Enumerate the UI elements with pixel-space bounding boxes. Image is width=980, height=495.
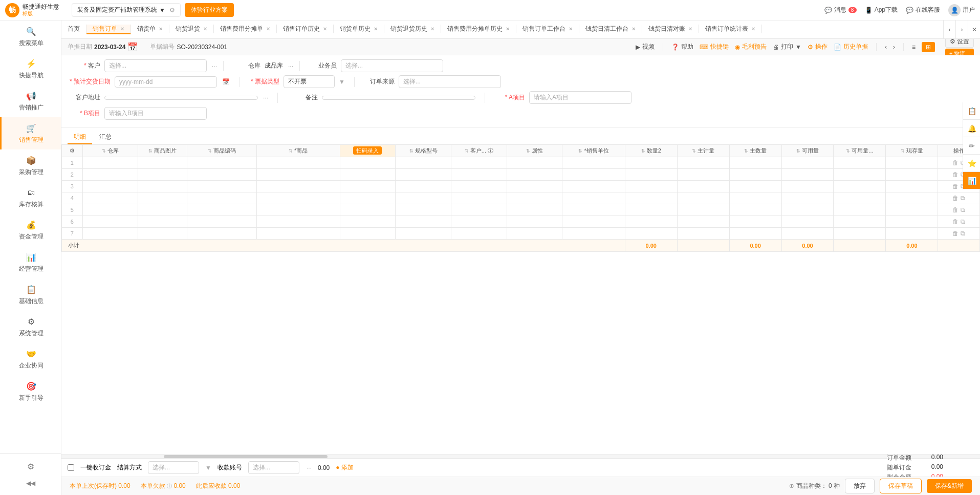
tab-close-sales_expense_history[interactable]: ✕ [506,26,510,32]
settings-quick-btn[interactable]: ⚙ 设置 [945,39,974,48]
tab-close-cash_reconcile[interactable]: ✕ [688,26,692,32]
address-input[interactable] [104,96,258,100]
message-btn[interactable]: 💬 消息 8 [824,6,857,14]
tab-sales_order[interactable]: 销售订单✕ [86,25,131,34]
row-delete-4[interactable]: 🗑 [952,195,959,202]
tab-home[interactable]: 首页 [61,25,86,33]
view-video-btn[interactable]: ▶ 视频 [636,42,655,51]
row-delete-3[interactable]: 🗑 [952,183,959,190]
tab-next-btn[interactable]: › [955,20,968,39]
col-customer-code[interactable]: ⇅ 客户... ⓘ [451,145,507,157]
rsb-btn-3[interactable]: ✏ [963,137,980,155]
col-qty2[interactable]: ⇅ 数量2 [625,145,677,157]
history-btn[interactable]: 📄 历史单据 [834,42,868,51]
tab-close-sales_return_history[interactable]: ✕ [374,26,378,32]
rsb-btn-2[interactable]: 🔔 [963,120,980,137]
sidebar-item-quicknav[interactable]: ⚡ 快捷导航 [0,53,61,85]
sidebar-item-sales[interactable]: 🛒 销售管理 [0,117,61,149]
rsb-btn-4[interactable]: ⭐ [963,155,980,172]
col-available2[interactable]: ⇅ 可用量... [834,145,886,157]
horizontal-scrollbar[interactable] [61,454,980,458]
row-copy-4[interactable]: ⧉ [961,195,965,202]
operation-btn[interactable]: ⚙ 操作 [808,42,827,51]
col-warehouse[interactable]: ⇅ 仓库 [82,145,138,157]
salesperson-input[interactable]: 选择... [341,59,443,72]
col-unit[interactable]: ⇅ *销售单位 [562,145,625,157]
tab-cash_daily[interactable]: 钱货日清工作台✕ [579,25,642,33]
tab-sales_return[interactable]: 销货单✕ [131,25,169,33]
online-service-btn[interactable]: 💬 在线客服 [906,6,940,14]
tab-sales_refund[interactable]: 销货退货✕ [169,25,214,33]
account-dots[interactable]: ··· [307,464,312,471]
row-delete-1[interactable]: 🗑 [952,159,959,166]
order-source-input[interactable]: 选择... [399,75,501,88]
list-view-btn[interactable]: ≡ [912,44,916,51]
payment-method-dropdown[interactable]: ▼ [205,464,211,471]
tab-close-sales_stats[interactable]: ✕ [751,26,755,32]
sidebar-collapse[interactable]: ◀◀ [0,476,61,491]
a-project-input[interactable]: 请输入A项目 [529,91,631,104]
sidebar-item-purchase[interactable]: 📦 采购管理 [0,149,61,182]
warehouse-dots[interactable]: ··· [288,62,293,70]
row-copy-5[interactable]: ⧉ [961,206,965,213]
tab-sales_expense_split[interactable]: 销售费用分摊单✕ [214,25,277,33]
sidebar-item-guide[interactable]: 🎯 新手引导 [0,375,61,407]
col-available1[interactable]: ⇅ 可用量 [781,145,834,157]
shortcut-btn[interactable]: ⌨ 快捷键 [700,42,729,51]
sidebar-item-base[interactable]: 📋 基础信息 [0,278,61,311]
sidebar-item-search[interactable]: 🔍 搜索菜单 [0,20,61,53]
col-settings[interactable]: ⚙ [62,145,83,157]
col-sku[interactable]: ⇅ 商品编码 [187,145,256,157]
sidebar-item-finance[interactable]: 💰 资金管理 [0,214,61,246]
rsb-btn-1[interactable]: 📋 [963,102,980,120]
tab-close-btn[interactable]: ✕ [968,20,980,39]
tab-sales_expense_history[interactable]: 销售费用分摊单历史✕ [441,25,516,33]
grid-view-btn[interactable]: ⊞ [922,42,935,52]
add-btn[interactable]: ● 添加 [336,463,354,472]
sidebar-item-marketing[interactable]: 📢 营销推广 [0,85,61,117]
calendar-icon[interactable]: 📅 [222,78,230,85]
tab-close-sales_return[interactable]: ✕ [159,26,163,32]
row-delete-2[interactable]: 🗑 [952,171,959,178]
col-current-stock[interactable]: ⇅ 现存量 [886,145,938,157]
note-input[interactable] [322,96,475,100]
col-image[interactable]: ⇅ 商品图片 [138,145,187,157]
address-dots[interactable]: ··· [263,94,268,101]
delivery-date-input[interactable]: yyyy-mm-dd [115,76,217,88]
row-delete-6[interactable]: 🗑 [952,218,959,225]
tab-huizong[interactable]: 汇总 [93,131,118,144]
tab-sales_workbench[interactable]: 销售订单工作台✕ [516,25,579,33]
sidebar-item-enterprise[interactable]: 🤝 企业协同 [0,343,61,375]
tab-sales_stats[interactable]: 销售订单统计表✕ [699,25,762,33]
tab-mingxi[interactable]: 明细 [68,131,92,144]
tab-close-sales_refund_history[interactable]: ✕ [430,26,434,32]
tab-close-cash_daily[interactable]: ✕ [631,26,636,32]
col-spec[interactable]: ⇅ 规格型号 [396,145,451,157]
next-record-btn[interactable]: › [893,44,895,51]
row-copy-6[interactable]: ⧉ [961,218,965,225]
col-product[interactable]: ⇅ *商品 [256,145,340,157]
save-draft-button[interactable]: 保存草稿 [880,479,922,493]
app-download-btn[interactable]: 📱 App下载 [865,6,898,14]
tab-sales_refund_history[interactable]: 销货退货历史✕ [384,25,441,33]
tab-prev-btn[interactable]: ‹ [943,20,955,39]
sidebar-item-system[interactable]: ⚙ 系统管理 [0,311,61,343]
sidebar-settings[interactable]: ⚙ [0,458,61,476]
tab-sales_return_history[interactable]: 销货单历史✕ [334,25,384,33]
tab-close-sales_order_history[interactable]: ✕ [323,26,327,32]
tab-close-sales_workbench[interactable]: ✕ [569,26,573,32]
invoice-select[interactable]: 不开票 [284,75,335,88]
user-btn[interactable]: 👤 用户 [948,4,975,16]
print-btn[interactable]: 🖨 打印 ▼ [773,42,801,51]
system-selector[interactable]: 装备及固定资产辅助管理系统 ▼ ⚙ [72,3,181,17]
help-btn[interactable]: ❓ 帮助 [671,42,693,51]
sidebar-item-stock[interactable]: 🗂 库存核算 [0,182,61,214]
payment-method-select[interactable]: 选择... [148,461,199,474]
profit-btn[interactable]: ◉ 毛利预告 [735,42,767,51]
rsb-btn-5[interactable]: 📊 [963,172,980,189]
invoice-dropdown-icon[interactable]: ▼ [339,78,345,85]
col-main-qty[interactable]: ⇅ 主数量 [729,145,781,157]
one-click-checkbox[interactable] [68,464,74,471]
col-main-unit[interactable]: ⇅ 主计量 [677,145,729,157]
sidebar-item-business[interactable]: 📊 经营管理 [0,246,61,278]
